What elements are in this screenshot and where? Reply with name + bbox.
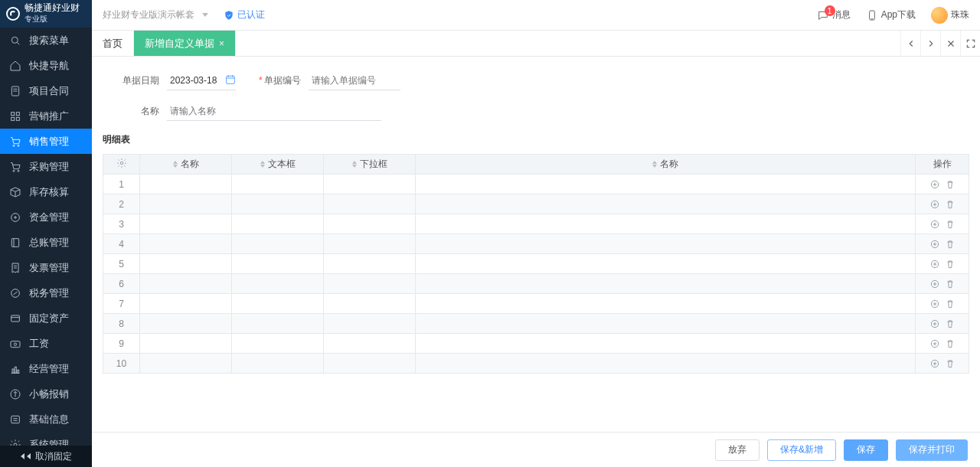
cell[interactable] (416, 334, 916, 354)
add-row-icon[interactable] (929, 199, 940, 210)
cell[interactable] (140, 294, 232, 314)
cell[interactable] (140, 274, 232, 294)
cell[interactable] (140, 214, 232, 234)
table-row[interactable]: 2 (103, 194, 969, 214)
cell[interactable] (324, 254, 416, 274)
name-input[interactable] (167, 101, 381, 121)
sidebar-item-14[interactable]: 小畅报销 (0, 381, 92, 407)
cell[interactable] (232, 234, 324, 254)
code-input[interactable] (309, 70, 400, 90)
cell[interactable] (140, 254, 232, 274)
delete-row-icon[interactable] (945, 199, 956, 210)
cell[interactable] (324, 334, 416, 354)
cell[interactable] (232, 214, 324, 234)
cell[interactable] (140, 175, 232, 194)
cell[interactable] (324, 194, 416, 214)
tab-close-all[interactable] (940, 31, 960, 56)
cell[interactable] (232, 175, 324, 194)
cell[interactable] (140, 354, 232, 374)
user-menu[interactable]: 珠珠 (931, 7, 969, 24)
cell[interactable] (324, 354, 416, 374)
cell[interactable] (232, 194, 324, 214)
sidebar-item-2[interactable]: 项目合同 (0, 78, 92, 103)
col-header[interactable]: 文本框 (232, 155, 324, 175)
cell[interactable] (416, 214, 916, 234)
save-new-button[interactable]: 保存&新增 (767, 439, 836, 461)
table-row[interactable]: 8 (103, 314, 969, 334)
cell[interactable] (324, 234, 416, 254)
delete-row-icon[interactable] (945, 259, 956, 269)
cell[interactable] (416, 314, 916, 334)
cell[interactable] (140, 334, 232, 354)
tab-custom-doc[interactable]: 新增自定义单据 × (134, 31, 236, 56)
cell[interactable] (416, 294, 916, 314)
sidebar-item-12[interactable]: 工资 (0, 331, 92, 356)
sidebar-item-3[interactable]: 营销推广 (0, 103, 92, 129)
calendar-icon[interactable] (224, 73, 237, 86)
cell[interactable] (232, 254, 324, 274)
cell[interactable] (416, 175, 916, 194)
cell[interactable] (416, 194, 916, 214)
add-row-icon[interactable] (929, 219, 940, 230)
cell[interactable] (416, 234, 916, 254)
discard-button[interactable]: 放弃 (715, 439, 760, 461)
cell[interactable] (140, 234, 232, 254)
delete-row-icon[interactable] (945, 279, 956, 289)
col-settings[interactable] (103, 155, 140, 175)
cell[interactable] (232, 274, 324, 294)
cell[interactable] (416, 274, 916, 294)
sidebar-item-7[interactable]: 资金管理 (0, 204, 92, 230)
table-row[interactable]: 10 (103, 354, 969, 374)
table-row[interactable]: 4 (103, 234, 969, 254)
add-row-icon[interactable] (929, 279, 940, 289)
fullscreen-toggle[interactable] (960, 31, 980, 56)
cell[interactable] (232, 314, 324, 334)
account-switcher[interactable]: 好业财专业版演示帐套 (103, 8, 208, 21)
add-row-icon[interactable] (929, 358, 940, 369)
table-row[interactable]: 3 (103, 214, 969, 234)
add-row-icon[interactable] (929, 179, 940, 190)
cell[interactable] (324, 274, 416, 294)
cell[interactable] (416, 254, 916, 274)
delete-row-icon[interactable] (945, 219, 956, 230)
close-icon[interactable]: × (219, 38, 224, 49)
sidebar-item-8[interactable]: 总账管理 (0, 230, 92, 255)
sidebar-item-6[interactable]: 库存核算 (0, 179, 92, 204)
add-row-icon[interactable] (929, 259, 940, 269)
cell[interactable] (232, 334, 324, 354)
cell[interactable] (324, 294, 416, 314)
delete-row-icon[interactable] (945, 299, 956, 309)
col-header[interactable]: 名称 (140, 155, 232, 175)
table-row[interactable]: 6 (103, 274, 969, 294)
table-row[interactable]: 5 (103, 254, 969, 274)
cell[interactable] (140, 194, 232, 214)
add-row-icon[interactable] (929, 318, 940, 329)
cell[interactable] (324, 314, 416, 334)
tab-home[interactable]: 首页 (92, 31, 134, 56)
cell[interactable] (232, 354, 324, 374)
delete-row-icon[interactable] (945, 179, 956, 190)
sidebar-item-16[interactable]: 系统管理 (0, 432, 92, 446)
sidebar-item-11[interactable]: 固定资产 (0, 305, 92, 331)
sidebar-item-5[interactable]: 采购管理 (0, 154, 92, 179)
sidebar-item-9[interactable]: 发票管理 (0, 255, 92, 280)
add-row-icon[interactable] (929, 299, 940, 309)
sidebar-item-13[interactable]: 经营管理 (0, 356, 92, 381)
cell[interactable] (324, 175, 416, 194)
pin-toggle[interactable]: 取消固定 (0, 446, 92, 467)
table-row[interactable]: 9 (103, 334, 969, 354)
save-button[interactable]: 保存 (844, 439, 888, 461)
messages-button[interactable]: 1 消息 (817, 8, 851, 21)
sidebar-item-15[interactable]: 基础信息 (0, 407, 92, 432)
table-row[interactable]: 7 (103, 294, 969, 314)
cell[interactable] (232, 294, 324, 314)
col-header[interactable]: 名称 (416, 155, 916, 175)
add-row-icon[interactable] (929, 239, 940, 250)
delete-row-icon[interactable] (945, 318, 956, 329)
delete-row-icon[interactable] (945, 239, 956, 250)
sidebar-item-10[interactable]: 税务管理 (0, 280, 92, 305)
sidebar-item-4[interactable]: 销售管理 (0, 129, 92, 154)
cell[interactable] (140, 314, 232, 334)
tab-next[interactable] (920, 31, 940, 56)
add-row-icon[interactable] (929, 338, 940, 349)
